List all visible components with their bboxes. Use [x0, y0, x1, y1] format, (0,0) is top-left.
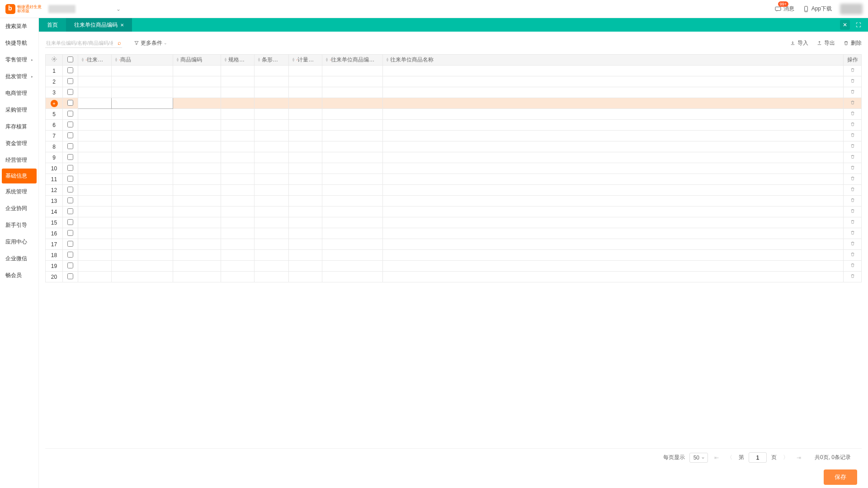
cell-partner[interactable] — [78, 228, 112, 239]
cell-product[interactable] — [112, 120, 173, 131]
cell-pname[interactable] — [383, 196, 844, 206]
cell-barcode[interactable] — [255, 120, 289, 131]
sidebar-item[interactable]: 电商管理 — [0, 85, 38, 102]
app-download-button[interactable]: App下载 — [802, 5, 832, 13]
tab-partner-product-code[interactable]: 往来单位商品编码 ✕ — [66, 18, 132, 32]
cell-spec[interactable] — [221, 272, 255, 282]
cell-unit[interactable] — [289, 163, 322, 174]
cell-barcode[interactable] — [255, 66, 289, 76]
table-row[interactable]: 1 — [46, 66, 862, 76]
cell-barcode[interactable] — [255, 141, 289, 152]
cell-pname[interactable] — [383, 228, 844, 239]
cell-spec[interactable] — [221, 250, 255, 261]
table-row[interactable]: 7 — [46, 131, 862, 141]
cell-barcode[interactable] — [255, 206, 289, 217]
cell-pname[interactable] — [383, 206, 844, 217]
cell-product[interactable] — [112, 239, 173, 250]
cell-barcode[interactable] — [255, 250, 289, 261]
cell-product[interactable] — [112, 152, 173, 163]
cell-code[interactable] — [173, 87, 221, 98]
cell-product[interactable] — [112, 174, 173, 185]
cell-partner[interactable] — [78, 174, 112, 185]
table-row[interactable]: 19 — [46, 261, 862, 272]
cell-barcode[interactable] — [255, 131, 289, 141]
row-checkbox[interactable] — [67, 67, 73, 73]
cell-pcode[interactable] — [322, 196, 383, 206]
table-row[interactable]: 17 — [46, 239, 862, 250]
cell-partner[interactable] — [78, 98, 112, 109]
row-delete-button[interactable] — [850, 220, 855, 226]
cell-code[interactable] — [173, 152, 221, 163]
cell-pname[interactable] — [383, 152, 844, 163]
table-row[interactable]: 12 — [46, 185, 862, 196]
cell-partner[interactable] — [78, 163, 112, 174]
sidebar-item[interactable]: 快捷导航 — [0, 35, 38, 52]
cell-code[interactable] — [173, 98, 221, 109]
cell-spec[interactable] — [221, 206, 255, 217]
cell-code[interactable] — [173, 120, 221, 131]
table-row[interactable]: 9 — [46, 152, 862, 163]
cell-pcode[interactable] — [322, 272, 383, 282]
col-unit[interactable]: ▲▼·计量… — [289, 55, 322, 66]
sidebar-item[interactable]: 应用中心 — [0, 234, 38, 250]
row-delete-button[interactable] — [850, 79, 855, 85]
cell-barcode[interactable] — [255, 76, 289, 87]
row-delete-button[interactable] — [850, 111, 855, 117]
cell-code[interactable] — [173, 272, 221, 282]
close-all-tabs-button[interactable]: ✕ — [840, 20, 850, 30]
cell-code[interactable] — [173, 228, 221, 239]
prev-page-button[interactable]: 〈 — [725, 453, 734, 462]
cell-barcode[interactable] — [255, 217, 289, 228]
cell-code[interactable] — [173, 217, 221, 228]
select-all-checkbox[interactable] — [67, 56, 73, 62]
tab-home[interactable]: 首页 — [39, 18, 66, 32]
row-delete-button[interactable] — [850, 155, 855, 161]
cell-pname[interactable] — [383, 141, 844, 152]
add-row-icon[interactable] — [51, 100, 58, 107]
sidebar-item[interactable]: 库存核算 — [0, 118, 38, 135]
cell-partner[interactable] — [78, 185, 112, 196]
cell-spec[interactable] — [221, 217, 255, 228]
col-product[interactable]: ▲▼·商品 — [112, 55, 173, 66]
row-delete-button[interactable] — [850, 198, 855, 204]
cell-pcode[interactable] — [322, 66, 383, 76]
cell-spec[interactable] — [221, 185, 255, 196]
cell-product[interactable] — [112, 228, 173, 239]
col-product-code[interactable]: ▲▼商品编码 — [173, 55, 221, 66]
table-row[interactable] — [46, 98, 862, 109]
row-delete-button[interactable] — [850, 133, 855, 139]
cell-barcode[interactable] — [255, 174, 289, 185]
cell-product[interactable] — [112, 141, 173, 152]
row-delete-button[interactable] — [850, 241, 855, 248]
table-row[interactable]: 10 — [46, 163, 862, 174]
cell-pname[interactable] — [383, 250, 844, 261]
cell-unit[interactable] — [289, 185, 322, 196]
cell-partner[interactable] — [78, 272, 112, 282]
cell-barcode[interactable] — [255, 152, 289, 163]
cell-partner[interactable] — [78, 120, 112, 131]
cell-pname[interactable] — [383, 87, 844, 98]
cell-code[interactable] — [173, 163, 221, 174]
cell-partner[interactable] — [78, 87, 112, 98]
cell-code[interactable] — [173, 261, 221, 272]
cell-spec[interactable] — [221, 174, 255, 185]
cell-pcode[interactable] — [322, 261, 383, 272]
cell-unit[interactable] — [289, 250, 322, 261]
cell-product[interactable] — [112, 217, 173, 228]
page-size-select[interactable]: 50 — [689, 453, 708, 463]
sidebar-item[interactable]: 搜索菜单 — [0, 18, 38, 35]
row-checkbox[interactable] — [67, 176, 73, 182]
cell-pcode[interactable] — [322, 228, 383, 239]
cell-unit[interactable] — [289, 76, 322, 87]
sidebar-item[interactable]: 企业微信 — [0, 250, 38, 267]
row-checkbox[interactable] — [67, 219, 73, 225]
cell-spec[interactable] — [221, 66, 255, 76]
cell-barcode[interactable] — [255, 87, 289, 98]
cell-pname[interactable] — [383, 131, 844, 141]
sidebar-item[interactable]: 企业协同 — [0, 200, 38, 217]
col-partner-product-name[interactable]: ▲▼往来单位商品名称 — [383, 55, 844, 66]
cell-unit[interactable] — [289, 98, 322, 109]
cell-unit[interactable] — [289, 228, 322, 239]
table-row[interactable]: 13 — [46, 196, 862, 206]
cell-code[interactable] — [173, 131, 221, 141]
